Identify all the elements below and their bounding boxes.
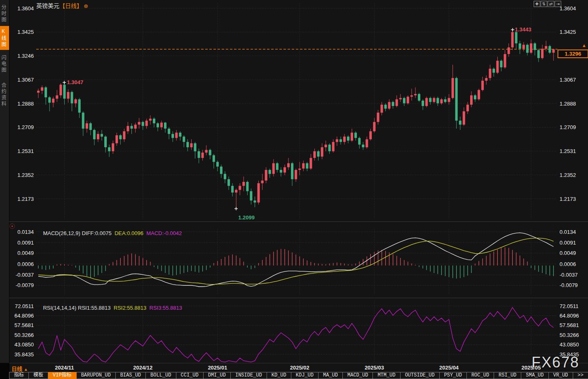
sidebar-bottom-block [0, 363, 9, 379]
price-annotation-high_apr: 1.3443 [515, 26, 532, 33]
toolbar-item-DMI_UD[interactable]: DMI_UD [204, 372, 231, 379]
toolbar-item-SMA_UD[interactable]: SMA_UD [521, 372, 548, 379]
toolbar-item-RSI_UD[interactable]: RSI_UD [494, 372, 521, 379]
rsi-tick: 57.5681 [560, 323, 579, 328]
crosshair-icon[interactable]: ✚ [534, 1, 540, 7]
price-tick: 1.2173 [8, 196, 34, 202]
price-up-arrow-icon: ▲ [582, 43, 586, 48]
macd-tick: 0.0049 [8, 250, 34, 256]
rsi1-value: RSI1:55.8813 [78, 305, 111, 311]
toolbar-item-KD_UD[interactable]: KD_UD [267, 372, 291, 379]
price-tick: 1.2173 [560, 196, 576, 202]
price-tick: 1.2531 [560, 148, 576, 154]
sidebar-tab-合约资料[interactable]: 合约资料 [0, 78, 9, 111]
macd-tick: -0.0079 [8, 282, 34, 288]
axis-separator [9, 363, 588, 363]
toolbar-item-BOLL_UD[interactable]: BOLL_UD [146, 372, 176, 379]
macd-tick: 0.0134 [560, 229, 576, 235]
chart-title: 英镑美元【日线】⊕ [36, 1, 88, 9]
drawing-anchor-icon[interactable] [9, 224, 15, 229]
y-axis-scale-icon[interactable]: ⇅ [541, 1, 547, 7]
price-tick: 1.2709 [8, 125, 34, 130]
month-label: 2025/01 [204, 365, 231, 371]
rsi-tick: 43.0850 [560, 342, 579, 347]
macd-indicator-header[interactable]: MACD(26,12,9) DIFF:0.0075 DEA:0.0096 MAC… [37, 224, 182, 242]
price-annotation-high_oct: 1.3047 [67, 79, 83, 85]
toolbar-item-指标[interactable]: 指标 [9, 372, 29, 379]
price-tick: 1.3067 [560, 77, 576, 82]
symbol-name: 英镑美元 [36, 2, 59, 9]
panel-separator[interactable] [9, 298, 588, 298]
macd-tick: 0.0006 [560, 261, 576, 267]
last-price-badge: 1.3296 [558, 49, 588, 58]
sidebar-tab-分时图[interactable]: 分时图 [0, 2, 9, 25]
toolbar-item-VR_UD[interactable]: VR_UD [549, 372, 573, 379]
add-indicator-icon[interactable]: ⊕ [84, 3, 88, 9]
rsi-tick: 43.0850 [8, 342, 34, 347]
toolbar-item-MACD_UD[interactable]: MACD_UD [343, 372, 373, 379]
price-tick: 1.2531 [8, 148, 34, 154]
toolbar-item-VIP指标[interactable]: VIP指标 [48, 372, 77, 379]
rsi-tick: 35.8435 [8, 352, 34, 357]
toolbar-item-BIAS_UD[interactable]: BIAS_UD [116, 372, 146, 379]
toolbar-item->>[interactable]: >> [573, 372, 588, 379]
toolbar-item-PSY_UD[interactable]: PSY_UD [440, 372, 467, 379]
rsi-tick: 72.0511 [8, 304, 34, 309]
toolbar-item-ROC_UD[interactable]: ROC_UD [467, 372, 494, 379]
rsi-tick: 64.8096 [8, 313, 34, 318]
toolbar-item-模板[interactable]: 模板 [29, 372, 48, 379]
price-tick: 1.3425 [560, 29, 576, 35]
sidebar-tab-闪电图[interactable]: 闪电图 [0, 52, 9, 76]
price-tick: 1.3067 [8, 77, 34, 82]
sidebar-tab-K线图[interactable]: K线图 [0, 26, 9, 50]
month-label: 2024/11 [51, 365, 77, 371]
price-tick: 1.2888 [560, 101, 576, 106]
bottom-toolbar: 指标模板VIP指标BARUPDN_UDBIAS_UDBOLL_UDCCI_UDD… [9, 372, 588, 379]
toolbar-item-BARUPDN_UD[interactable]: BARUPDN_UD [77, 372, 116, 379]
macd-tick: -0.0037 [8, 272, 34, 278]
panel-separator[interactable] [9, 221, 588, 222]
price-tick: 1.3246 [8, 53, 34, 59]
price-tick: 1.2709 [560, 125, 576, 130]
macd-tick: 0.0091 [8, 240, 34, 245]
rsi-tick: 64.8096 [560, 313, 579, 318]
rsi-tick: 57.5681 [8, 323, 34, 328]
rsi-tick: 50.3266 [560, 332, 579, 338]
watermark: FX678 [532, 354, 579, 371]
toolbar-item-OUTSIDE_UD[interactable]: OUTSIDE_UD [401, 372, 440, 379]
period-tag: 【日线】 [59, 2, 82, 9]
price-tick: 1.2888 [8, 101, 34, 106]
rsi-params-label: RSI(14,14,14) [43, 305, 76, 311]
price-tick: 1.2352 [560, 172, 576, 178]
macd-tick: -0.0079 [560, 282, 578, 288]
macd-tick: 0.0091 [560, 240, 576, 245]
period-selector[interactable]: 日线 ▲ [12, 365, 28, 372]
toolbar-item-INSIDE_UD[interactable]: INSIDE_UD [231, 372, 267, 379]
macd-hist-value: MACD:-0.0042 [146, 230, 182, 236]
macd-params-label: MACD(26,12,9) [43, 230, 80, 236]
rsi-indicator-header[interactable]: RSI(14,14,14) RSI1:55.8813 RSI2:55.8813 … [37, 299, 182, 317]
rsi3-value: RSI3:55.8813 [150, 305, 183, 311]
month-label: 2025/03 [361, 365, 387, 371]
x-axis-scale-icon[interactable]: ⇄ [548, 1, 554, 7]
macd-tick: -0.0037 [560, 272, 578, 278]
price-tick: 1.3604 [8, 6, 34, 11]
chart-canvas[interactable] [0, 0, 588, 379]
price-tick: 1.3425 [8, 29, 34, 35]
macd-diff-value: DIFF:0.0075 [82, 230, 111, 236]
toolbar-item-MA_UD[interactable]: MA_UD [319, 372, 343, 379]
toolbar-item-CCI_UD[interactable]: CCI_UD [176, 372, 204, 379]
month-label: 2025/04 [436, 365, 462, 371]
price-tick: 1.2352 [8, 172, 34, 178]
macd-tick: 0.0006 [8, 261, 34, 267]
macd-tick: 0.0134 [8, 229, 34, 235]
toolbar-item-MTM_UD[interactable]: MTM_UD [373, 372, 400, 379]
macd-dea-value: DEA:0.0096 [115, 230, 143, 236]
toolbar-item-KDJ_UD[interactable]: KDJ_UD [291, 372, 319, 379]
price-tick: 1.3604 [560, 6, 576, 11]
rsi-tick: 50.3266 [8, 332, 34, 338]
period-dropdown-arrow-icon: ▲ [24, 367, 28, 372]
rsi-tick: 72.0511 [560, 304, 579, 309]
period-selector-label: 日线 [12, 366, 22, 372]
month-label: 2024/12 [130, 365, 156, 371]
